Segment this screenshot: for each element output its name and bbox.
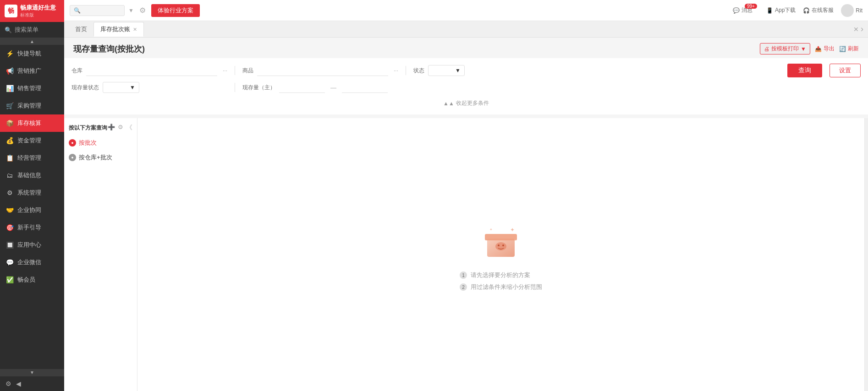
topbar-search-icon: 🔍: [74, 7, 81, 14]
page-header: 现存量查询(按批次) 🖨 按模板打印 ▼ 📤 导出 🔄 刷新: [64, 38, 868, 58]
sidebar-item-purchase[interactable]: 🛒 采购管理: [0, 97, 64, 114]
page-title: 现存量查询(按批次): [73, 43, 145, 54]
sidebar-item-label: 采购管理: [17, 102, 41, 110]
tab-home[interactable]: 首页: [69, 22, 93, 36]
scheme-item-by-warehouse-batch[interactable]: ● 按仓库+批次: [64, 150, 137, 165]
inventory-status-dropdown-icon: ▼: [130, 84, 135, 91]
topbar-dropdown[interactable]: ▼: [128, 7, 134, 14]
sidebar-item-appstore[interactable]: 🔲 应用中心: [0, 236, 64, 254]
tab-inventory-batch[interactable]: 库存批次账 ✕: [93, 22, 144, 37]
scheme-dot-gray: ●: [69, 154, 76, 161]
sidebar-item-guide[interactable]: 🎯 新手引导: [0, 219, 64, 236]
scheme-dot-red: ●: [69, 139, 76, 147]
messages-action[interactable]: 💬 消息 99+: [733, 6, 753, 14]
print-icon: 🖨: [764, 46, 769, 52]
sidebar-item-member[interactable]: ✅ 畅会员: [0, 271, 64, 288]
settings-btn[interactable]: 设置: [830, 64, 861, 77]
purchase-icon: 🛒: [5, 102, 14, 110]
tip-num-1: 1: [460, 272, 467, 279]
export-label: 导出: [824, 45, 835, 53]
inventory-status-select[interactable]: ▼: [103, 82, 139, 93]
collapse-row[interactable]: ▲▲ 收起更多条件: [71, 98, 861, 109]
sidebar-scroll-down[interactable]: ▼: [0, 369, 64, 376]
sidebar-item-operations[interactable]: 📋 经营管理: [0, 149, 64, 167]
online-service-action[interactable]: 🎧 在线客服: [803, 6, 834, 14]
warehouse-group: 仓库 ···: [71, 65, 227, 76]
app-download-action[interactable]: 📱 App下载: [766, 6, 796, 14]
tip-num-2: 2: [460, 283, 467, 291]
app-title-block: 畅康通好生意 标准版: [20, 4, 56, 18]
print-dropdown-icon[interactable]: ▼: [801, 46, 806, 52]
empty-tips: 1 请先选择要分析的方案 2 用过滤条件来缩小分析范围: [460, 271, 542, 291]
print-btn[interactable]: 🖨 按模板打印 ▼: [760, 43, 810, 54]
filter-row-2: 现存量状态 ▼ 现存量（主） —: [71, 82, 861, 93]
quick-nav-icon: ⚡: [5, 49, 14, 58]
user-menu[interactable]: Rit: [841, 4, 863, 17]
tip-text-2: 用过滤条件来缩小分析范围: [471, 283, 542, 291]
appstore-icon: 🔲: [5, 241, 14, 249]
avatar: [841, 4, 854, 17]
online-service-label: 在线客服: [812, 6, 834, 14]
print-label: 按模板打印: [771, 45, 799, 53]
basic-icon: 🗂: [5, 171, 14, 179]
sidebar-scroll-up[interactable]: ▲: [0, 38, 64, 45]
inventory-qty-to[interactable]: [342, 82, 388, 93]
refresh-btn[interactable]: 🔄 刷新: [839, 45, 859, 53]
svg-rect-1: [485, 234, 517, 240]
footer-toggle-icon[interactable]: ◀: [16, 380, 21, 387]
sidebar-item-finance[interactable]: 💰 资金管理: [0, 132, 64, 149]
headset-icon: 🎧: [803, 7, 810, 14]
product-more-icon[interactable]: ···: [394, 67, 398, 74]
message-icon: 💬: [733, 7, 740, 14]
sidebar-item-label: 应用中心: [17, 241, 41, 249]
inventory-status-group: 现存量状态 ▼: [71, 82, 227, 93]
product-input[interactable]: [257, 65, 388, 76]
query-btn[interactable]: 查询: [787, 64, 822, 77]
status-select[interactable]: ▼: [428, 65, 465, 76]
footer-settings-icon[interactable]: ⚙: [5, 380, 11, 387]
sidebar-item-marketing[interactable]: 📢 营销推广: [0, 62, 64, 80]
collapse-panel-icon[interactable]: 《: [126, 124, 132, 132]
status-dropdown-icon: ▼: [455, 67, 461, 74]
main-area: 🔍 ▼ ⚙ 体验行业方案 💬 消息 99+ 📱 App下载 🎧 在线客服 Rit: [64, 0, 868, 391]
tab-panel-close-btn[interactable]: ✕: [853, 26, 859, 33]
sidebar-item-system[interactable]: ⚙ 系统管理: [0, 184, 64, 201]
topbar-settings-icon[interactable]: ⚙: [137, 4, 148, 16]
filter-divider-3: [235, 83, 235, 92]
layout-body: 按以下方案查询 ➕ ⚙ 《 ● 按批次 ●: [64, 118, 868, 391]
product-label: 商品: [242, 67, 253, 75]
collapse-up-icon: ▲▲: [443, 100, 454, 107]
search-icon: 🔍: [5, 27, 12, 33]
sidebar-item-quick-nav[interactable]: ⚡ 快捷导航: [0, 45, 64, 62]
scheme-item-by-batch[interactable]: ● 按批次: [64, 136, 137, 150]
sidebar-item-basic[interactable]: 🗂 基础信息: [0, 167, 64, 184]
app-download-label: App下载: [775, 6, 796, 14]
tab-close-icon[interactable]: ✕: [133, 27, 137, 33]
system-icon: ⚙: [5, 189, 14, 197]
sidebar-item-label: 快捷导航: [17, 49, 41, 58]
sidebar-item-label: 经营管理: [17, 154, 41, 162]
tip-text-1: 请先选择要分析的方案: [471, 271, 530, 279]
wechat-icon: 💬: [5, 258, 14, 266]
topbar-search-box[interactable]: 🔍: [70, 5, 125, 16]
add-scheme-icon[interactable]: ➕: [108, 124, 115, 132]
warehouse-input[interactable]: [86, 65, 217, 76]
sidebar-item-wechat[interactable]: 💬 企业微信: [0, 254, 64, 271]
messages-badge: 99+: [745, 4, 757, 9]
guide-icon: 🎯: [5, 223, 14, 232]
sidebar-search[interactable]: 🔍 搜索菜单: [0, 22, 64, 38]
filter-panel: 仓库 ··· 商品 ··· 状态 ▼: [64, 58, 868, 114]
scheme-label-by-batch: 按批次: [79, 139, 97, 147]
inventory-qty-from[interactable]: [279, 82, 325, 93]
sidebar-item-sales[interactable]: 📊 销售管理: [0, 80, 64, 97]
export-btn[interactable]: 📤 导出: [815, 45, 835, 53]
sidebar-item-enterprise[interactable]: 🤝 企业协同: [0, 201, 64, 219]
warehouse-more-icon[interactable]: ···: [223, 67, 227, 74]
username-label: Rit: [856, 7, 863, 14]
trial-btn[interactable]: 体验行业方案: [151, 4, 200, 17]
sidebar-item-inventory[interactable]: 📦 库存核算: [0, 114, 64, 132]
sidebar-item-label: 畅会员: [17, 276, 35, 284]
export-icon: 📤: [815, 46, 822, 52]
tab-chevron-icon[interactable]: ›: [861, 24, 863, 34]
settings-scheme-icon[interactable]: ⚙: [118, 124, 123, 132]
